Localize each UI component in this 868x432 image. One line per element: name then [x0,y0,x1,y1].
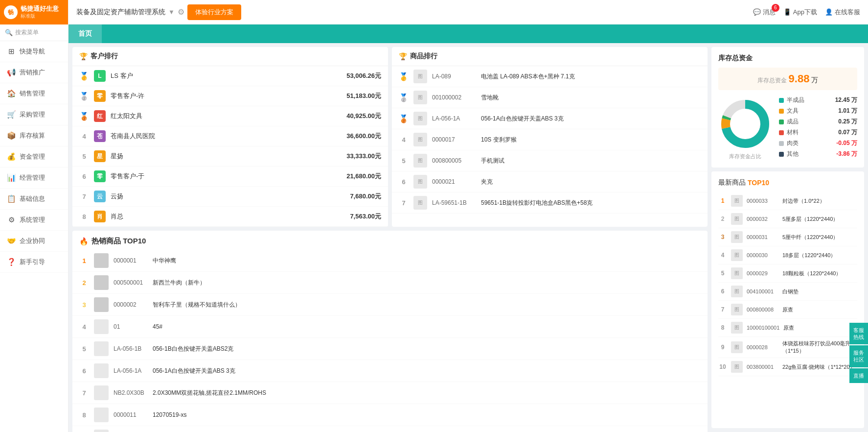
online-service-item[interactable]: 👤 在线客服 [825,8,860,17]
float-btn-direct[interactable]: 直播 [849,368,868,383]
customer-rank-title: 客户排行 [91,52,118,61]
customer-avatar: 星 [94,150,106,162]
product-img: 图 [413,133,427,146]
sidebar-item-marketing[interactable]: 📢营销推广 [0,62,68,83]
float-btn-customer-service[interactable]: 客服 热线 [849,323,868,345]
medal-silver: 🥈 [399,93,409,102]
sidebar-label-sales: 销售管理 [20,89,45,98]
customer-rank-row: 🥇 L LS 客户 53,006.26元 [72,66,388,86]
new-rank: 7 [718,306,727,313]
hot-products-title: 🔥 热销商品 TOP10 [72,231,708,250]
customer-avatar: 苍 [94,130,106,142]
hot-product-row: 6 LA-056-1A 056-1A白色按键开关盖ABS 3克 [72,360,708,382]
trial-button[interactable]: 体验行业方案 [187,4,241,20]
product-img: 图 [413,112,427,125]
sidebar-label-basic: 基础信息 [20,194,45,203]
sidebar-logo: 畅 畅捷通好生意 标准版 [0,0,68,24]
customer-rank-table: 🥇 L LS 客户 53,006.26元 🥈 零 零售客户-许 51,183.0… [72,66,388,227]
sidebar-item-guide[interactable]: ❓新手引导 [0,252,68,273]
app-download-item[interactable]: 📱 App下载 [783,8,817,17]
hot-product-code: LA-056-1B [114,345,148,352]
new-product-code: 0000032 [747,216,778,222]
message-item[interactable]: 💬 消息 6 [753,8,776,17]
sidebar-item-operations[interactable]: 📊经营管理 [0,168,68,189]
customer-value: 7,680.00元 [350,192,381,201]
customer-avatar: 零 [94,90,106,102]
hot-products-list: 1 0000001 中华神鹰 2 000500001 新西兰牛肉（新牛） 3 0… [72,250,708,432]
new-product-code: 10000100001 [747,325,779,331]
rank-num: 7 [399,199,409,207]
legend-dot [779,141,784,146]
middle-panel: 🏆 客户排行 🥇 L LS 客户 53,006.26元 🥈 零 零售客户-许 5… [69,43,711,432]
customer-rank-row: 🥈 零 零售客户-许 51,183.00元 [72,86,388,106]
product-rank-row: 7 图 LA-59651-1B 59651-1B旋转投影灯电池盒ABS黑色+58… [392,192,708,214]
sidebar-icon-cooperation: 🤝 [7,237,16,245]
new-product-row: 5 图 0000029 18颗粒板（1220*2440） [718,264,857,283]
hot-product-row: 5 LA-056-1B 056-1B白色按键开关盖ABS2克 [72,338,708,360]
sidebar-label-system: 系统管理 [20,216,45,224]
legend-value: -0.05 万 [836,139,857,147]
legend-row: 成品 0.25 万 [779,118,857,126]
legend-name: 半成品 [787,96,832,104]
settings-icon[interactable]: ⚙ [178,7,184,17]
sidebar-label-cooperation: 企业协同 [20,237,45,245]
content-area: 🏆 客户排行 🥇 L LS 客户 53,006.26元 🥈 零 零售客户-许 5… [69,43,868,432]
new-rank: 4 [718,252,727,259]
tab-home[interactable]: 首页 [69,24,102,43]
legend-value: 12.45 万 [835,96,857,104]
product-rank-row: 🥈 图 001000002 雪地靴 [392,87,708,108]
logo-sub: 标准版 [21,13,59,20]
product-name: 手机测试 [481,157,701,165]
new-product-row: 1 图 0000033 封边带（1.0*22） [718,192,857,210]
float-btn-service-community[interactable]: 服务 社区 [849,345,868,367]
new-product-row: 8 图 10000100001 原查 [718,319,857,337]
sidebar-item-purchase[interactable]: 🛒采购管理 [0,104,68,125]
inventory-card: 库存总资金 库存总资金 9.88 万 [711,47,864,168]
new-product-code: 0000033 [747,198,778,204]
sidebar-nav: ⊞快捷导航📢营销推广🏠销售管理🛒采购管理📦库存核算💰资金管理📊经营管理📋基础信息… [0,41,68,432]
legend-dot [779,130,784,135]
hot-product-row: 8 0000011 12070519-xs [72,404,708,426]
new-rank: 6 [718,288,727,295]
donut-label: 库存资金占比 [718,153,772,160]
customer-rank-row: 🥉 红 红太阳文具 40,925.00元 [72,106,388,126]
new-rank: 1 [718,197,727,204]
legend-name: 其他 [787,150,833,158]
hot-product-row: 1 0000001 中华神鹰 [72,250,708,272]
new-product-name: 白钢垫 [782,288,857,295]
customer-rank-row: 5 星 星扬 33,333.00元 [72,146,388,167]
sidebar-item-sales[interactable]: 🏠销售管理 [0,83,68,104]
customer-value: 51,183.00元 [346,92,381,100]
new-product-code: 0000028 [747,344,778,350]
product-name: 夹克 [481,178,701,186]
sidebar-item-basic[interactable]: 📋基础信息 [0,189,68,210]
nav-tabs: 首页 [69,24,868,43]
customer-value: 36,600.00元 [346,132,381,141]
sidebar-label-guide: 新手引导 [20,258,45,266]
sidebar-item-quick-nav[interactable]: ⊞快捷导航 [0,41,68,62]
right-panel: 库存总资金 库存总资金 9.88 万 [711,43,868,432]
sidebar: 畅 畅捷通好生意 标准版 🔍 搜索菜单 ⊞快捷导航📢营销推广🏠销售管理🛒采购管理… [0,0,69,432]
sidebar-item-finance[interactable]: 💰资金管理 [0,146,68,168]
hot-product-name: 45# [153,323,701,330]
sidebar-icon-purchase: 🛒 [7,110,16,119]
inventory-total-unit: 万 [811,76,818,84]
product-img: 图 [413,175,427,189]
sidebar-item-system[interactable]: ⚙系统管理 [0,210,68,231]
sidebar-item-inventory[interactable]: 📦库存核算 [0,125,68,146]
sidebar-label-purchase: 采购管理 [20,110,45,119]
legend-row: 其他 -3.86 万 [779,150,857,158]
search-label: 搜索菜单 [15,28,39,37]
dropdown-icon[interactable]: ▼ [168,8,175,16]
sidebar-item-cooperation[interactable]: 🤝企业协同 [0,231,68,252]
product-code: 001000002 [432,94,476,101]
new-product-code: 0000030 [747,252,778,258]
hot-product-name: 056-1A白色按键开关盖ABS 3克 [153,367,701,375]
hot-product-img [94,319,109,334]
rank-num: 6 [79,173,89,180]
inventory-total-value: 9.88 [789,72,810,85]
new-products-label: 最新商品 [718,178,746,187]
hot-product-img [94,275,109,290]
rank-row: 🏆 客户排行 🥇 L LS 客户 53,006.26元 🥈 零 零售客户-许 5… [72,47,708,227]
sidebar-search[interactable]: 🔍 搜索菜单 [0,24,68,41]
